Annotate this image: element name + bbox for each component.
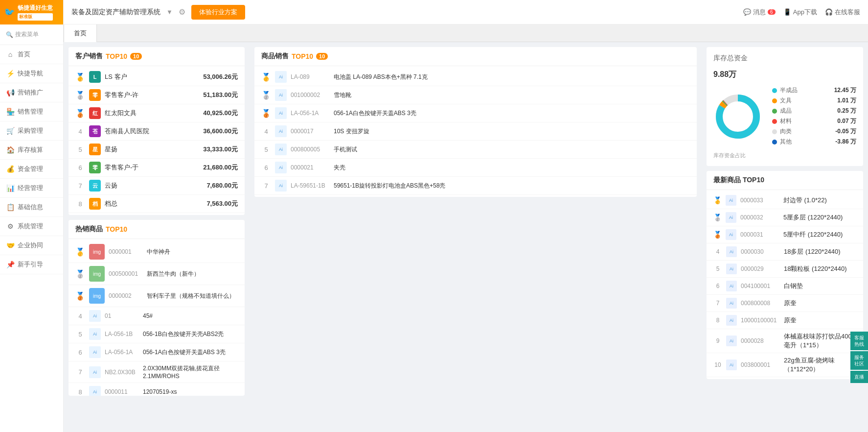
nav-icon-finance: 💰 <box>6 165 15 173</box>
legend-value: -3.86 万 <box>835 138 856 146</box>
latest-product-item: 🥈 Ai 0000032 5厘多层 (1220*2440) <box>707 209 863 226</box>
medal-icon: 🥈 <box>713 214 722 221</box>
product-code: 0000011 <box>105 388 139 395</box>
legend-dot <box>772 140 777 144</box>
sidebar-item-home[interactable]: ⌂首页 <box>0 45 63 64</box>
rank-number: 10 <box>713 361 722 368</box>
sidebar-item-basics[interactable]: 📋基础信息 <box>0 198 63 217</box>
rank-number: 6 <box>261 164 271 171</box>
sidebar-item-sales[interactable]: 🏪销售管理 <box>0 102 63 121</box>
customer-name: LS 客户 <box>105 72 199 81</box>
customer-value: 33,333.00元 <box>203 145 238 154</box>
nav-label-corp: 企业协同 <box>18 241 43 250</box>
hot-product-item: 6 Ai LA-056-1A 056-1A白色按键开关盖ABS 3壳 <box>69 343 245 361</box>
rank-item: 5 星 星扬 33,333.00元 <box>69 141 245 159</box>
latest-products-list: 🥇 Ai 0000033 封边带 (1.0*22) 🥈 Ai 0000032 5… <box>707 190 863 379</box>
sidebar-item-purchase[interactable]: 🛒采购管理 <box>0 121 63 141</box>
rank-item: 7 云 云扬 7,680.00元 <box>69 177 245 195</box>
donut-chart <box>713 92 762 141</box>
latest-products-title: 最新商品 TOP10 <box>713 176 764 185</box>
latest-product-name: 18颗粒板 (1220*2440) <box>784 264 856 273</box>
sidebar-item-newbie[interactable]: 📌新手引导 <box>0 255 63 274</box>
float-buttons: 客服 热线服务 社区直播 <box>850 332 868 383</box>
sidebar-search-area[interactable]: 🔍 搜索菜单 <box>0 24 63 45</box>
customer-value: 53,006.26元 <box>203 72 238 81</box>
online-service-button[interactable]: 🎧 在线客服 <box>825 8 860 17</box>
right-column: 库存总资金 9.88万 <box>702 42 868 432</box>
message-icon: 💬 <box>743 8 751 16</box>
rank-item: 8 档 档总 7,563.00元 <box>69 195 245 213</box>
sidebar-item-inventory[interactable]: 🏠库存核算 <box>0 141 63 160</box>
nav-label-quick-nav: 快捷导航 <box>18 69 43 78</box>
avatar: 星 <box>89 144 101 155</box>
tabbar: 首页 <box>64 24 868 42</box>
sidebar-nav: ⌂首页⚡快捷导航📢营销推广🏪销售管理🛒采购管理🏠库存核算💰资金管理📊经营管理📋基… <box>0 45 63 274</box>
avatar: 零 <box>89 162 101 173</box>
latest-products-header: 最新商品 TOP10 <box>707 171 863 190</box>
avatar: L <box>89 71 101 83</box>
latest-product-code: 004100001 <box>741 283 780 289</box>
latest-product-name: 18多层 (1220*2440) <box>784 247 856 256</box>
inventory-footnote: 库存资金占比 <box>713 152 856 159</box>
sidebar-item-quick-nav[interactable]: ⚡快捷导航 <box>0 64 63 83</box>
legend-name: 文具 <box>780 96 834 105</box>
product-rank-item: 7 Ai LA-59651-1B 59651-1B旋转投影灯电池盒ABS黑色+5… <box>254 177 697 195</box>
product-image: img <box>89 244 105 260</box>
product-name: 10S 变扭罗旋 <box>334 127 690 136</box>
product-rank-list: 🥇 Ai LA-089 电池盖 LA-089 ABS本色+黑种 7.1克 🥈 A… <box>254 66 697 197</box>
app-download-button[interactable]: 📱 App下载 <box>783 8 817 17</box>
legend-dot <box>772 109 777 114</box>
legend-value: 0.25 万 <box>837 107 856 115</box>
sidebar-item-marketing[interactable]: 📢营销推广 <box>0 83 63 102</box>
headset-icon: 🎧 <box>825 8 833 16</box>
latest-product-name: 5厘多层 (1220*2440) <box>783 213 856 222</box>
customer-rankings-header: 客户销售 TOP10 10 <box>69 47 245 66</box>
nav-label-newbie: 新手引导 <box>18 260 43 269</box>
float-btn-2[interactable]: 直播 <box>850 371 868 383</box>
mobile-icon: 📱 <box>783 8 791 16</box>
customer-name: 星扬 <box>105 145 199 154</box>
settings-icon[interactable]: ⚙ <box>179 7 185 17</box>
rank-item: 6 零 零售客户-于 21,680.00元 <box>69 159 245 177</box>
legend-item: 肉类 -0.05 万 <box>772 127 856 136</box>
latest-product-image: Ai <box>726 246 737 257</box>
legend-dot <box>772 88 777 93</box>
rank-number: 8 <box>75 200 85 208</box>
medal-icon: 🥇 <box>261 72 271 82</box>
rank-number: 7 <box>713 300 722 307</box>
product-image: img <box>89 266 105 282</box>
sidebar-item-corp[interactable]: 🤝企业协同 <box>0 236 63 255</box>
avatar: 档 <box>89 198 101 210</box>
product-code: LA-056-1B <box>105 331 139 337</box>
nav-label-home: 首页 <box>18 50 30 59</box>
hot-product-item: 🥉 img 0000002 智利车子里（规格不知道填什么） <box>69 285 245 307</box>
latest-product-name: 封边带 (1.0*22) <box>783 196 856 205</box>
product-code: LA-056-1A <box>291 110 330 117</box>
sidebar-item-operation[interactable]: 📊经营管理 <box>0 179 63 198</box>
latest-product-code: 0000029 <box>741 265 780 272</box>
latest-product-image: Ai <box>726 315 737 326</box>
product-code: LA-089 <box>291 73 330 80</box>
legend-item: 半成品 12.45 万 <box>772 86 856 95</box>
product-image-placeholder: Ai <box>275 180 287 192</box>
customer-rankings-card: 客户销售 TOP10 10 🥇 L LS 客户 53,006.26元 🥈 零 零… <box>69 47 245 215</box>
product-image-placeholder: Ai <box>275 144 287 155</box>
sidebar-item-finance[interactable]: 💰资金管理 <box>0 160 63 179</box>
tab-home[interactable]: 首页 <box>64 24 97 42</box>
search-menu-button[interactable]: 🔍 搜索菜单 <box>4 28 59 41</box>
rank-number: 5 <box>261 146 271 153</box>
rank-item: 🥇 L LS 客户 53,006.26元 <box>69 68 245 86</box>
latest-product-item: 🥉 Ai 0000031 5厘中纤 (1220*2440) <box>707 226 863 243</box>
dropdown-icon[interactable]: ▼ <box>166 8 173 16</box>
message-button[interactable]: 💬 消息 6 <box>743 8 776 17</box>
rank-number: 5 <box>75 331 85 338</box>
customer-badge: 10 <box>130 53 142 60</box>
trial-button[interactable]: 体验行业方案 <box>191 5 245 20</box>
product-rank-item: 🥈 Ai 001000002 雪地靴 <box>254 86 697 104</box>
sidebar-item-system[interactable]: ⚙系统管理 <box>0 217 63 236</box>
float-btn-0[interactable]: 客服 热线 <box>850 332 868 350</box>
medal-icon: 🥇 <box>713 196 722 204</box>
left-column: 客户销售 TOP10 10 🥇 L LS 客户 53,006.26元 🥈 零 零… <box>64 42 250 432</box>
float-btn-1[interactable]: 服务 社区 <box>850 351 868 370</box>
product-rank-item: 🥇 Ai LA-089 电池盖 LA-089 ABS本色+黑种 7.1克 <box>254 68 697 86</box>
